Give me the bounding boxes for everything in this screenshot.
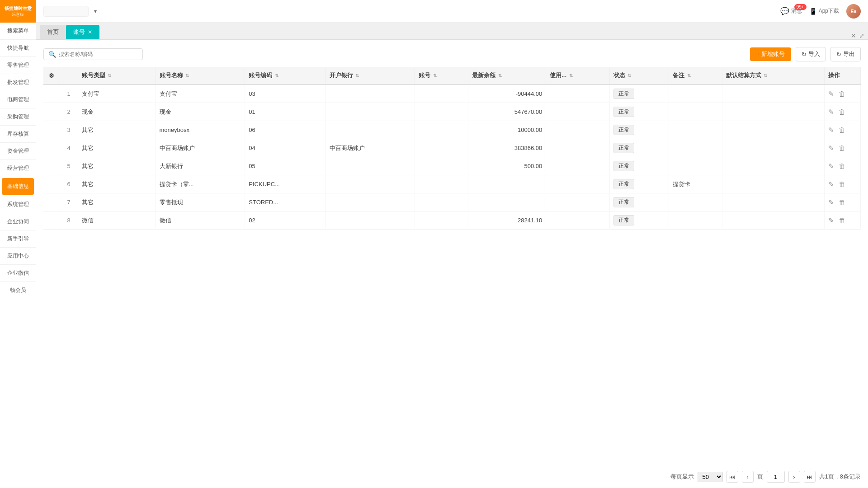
row-account-cell bbox=[415, 193, 468, 211]
avatar[interactable]: Ea bbox=[846, 4, 861, 19]
row-settlement-cell bbox=[722, 121, 824, 139]
table-row: 8 微信 微信 02 28241.10 正常 ✎ 🗑 bbox=[43, 211, 861, 230]
row-remark-cell bbox=[669, 103, 722, 121]
row-status-cell: 正常 bbox=[609, 211, 669, 230]
topbar-search-input[interactable] bbox=[43, 6, 89, 17]
row-bank-cell bbox=[326, 157, 415, 175]
sidebar-item-guide[interactable]: 新手引导 bbox=[0, 230, 36, 248]
edit-icon[interactable]: ✎ bbox=[828, 90, 834, 98]
row-account-cell bbox=[415, 157, 468, 175]
table-row: 3 其它 moneybosx 06 10000.00 正常 ✎ 🗑 bbox=[43, 121, 861, 139]
row-account-cell bbox=[415, 211, 468, 230]
edit-icon[interactable]: ✎ bbox=[828, 144, 834, 152]
per-page-label: 每页显示 bbox=[670, 473, 694, 481]
import-label: 导入 bbox=[808, 50, 820, 58]
delete-icon[interactable]: 🗑 bbox=[839, 180, 845, 188]
table-row: 1 支付宝 支付宝 03 -90444.00 正常 ✎ 🗑 bbox=[43, 84, 861, 103]
page-prev-button[interactable]: ‹ bbox=[742, 471, 754, 483]
delete-icon[interactable]: 🗑 bbox=[839, 216, 845, 224]
col-bank[interactable]: 开户银行 ⇅ bbox=[326, 67, 415, 84]
col-code[interactable]: 账号编码 ⇅ bbox=[245, 67, 326, 84]
row-name-cell: 支付宝 bbox=[156, 84, 245, 103]
sidebar-item-purchase[interactable]: 采购管理 bbox=[0, 108, 36, 126]
sidebar-item-quick[interactable]: 快捷导航 bbox=[0, 40, 36, 57]
edit-icon[interactable]: ✎ bbox=[828, 126, 834, 134]
add-account-button[interactable]: + 新增账号 bbox=[750, 47, 791, 61]
sidebar-item-member[interactable]: 畅会员 bbox=[0, 282, 36, 299]
sidebar-item-ecommerce[interactable]: 电商管理 bbox=[0, 91, 36, 108]
row-status-cell: 正常 bbox=[609, 139, 669, 157]
sidebar-item-label: 畅会员 bbox=[2, 286, 34, 294]
sidebar-item-system[interactable]: 系统管理 bbox=[0, 196, 36, 213]
col-account[interactable]: 账号 ⇅ bbox=[415, 67, 468, 84]
app-label: App下载 bbox=[819, 7, 839, 15]
row-settings-cell bbox=[43, 103, 60, 121]
sidebar-item-agreement[interactable]: 企业协同 bbox=[0, 213, 36, 230]
edit-icon[interactable]: ✎ bbox=[828, 198, 834, 206]
col-type[interactable]: 账号类型 ⇅ bbox=[78, 67, 156, 84]
row-settings-cell bbox=[43, 157, 60, 175]
per-page-select[interactable]: 50 100 200 bbox=[698, 472, 723, 482]
app-name-line1: 畅捷通时生意 bbox=[5, 5, 32, 12]
sidebar-item-label: 企业协同 bbox=[2, 218, 34, 225]
col-remark[interactable]: 备注 ⇅ bbox=[669, 67, 722, 84]
col-status[interactable]: 状态 ⇅ bbox=[609, 67, 669, 84]
row-settlement-cell bbox=[722, 139, 824, 157]
edit-icon[interactable]: ✎ bbox=[828, 216, 834, 224]
row-name-cell: 零售抵现 bbox=[156, 193, 245, 211]
row-type-cell: 其它 bbox=[78, 139, 156, 157]
sidebar-item-label: 搜索菜单 bbox=[2, 27, 34, 35]
sidebar-item-wechat[interactable]: 企业微信 bbox=[0, 265, 36, 282]
tab-close-icon[interactable]: ✕ bbox=[88, 29, 92, 35]
sidebar-item-inventory[interactable]: 库存核算 bbox=[0, 126, 36, 143]
row-num-cell: 4 bbox=[60, 139, 78, 157]
sidebar-item-capital[interactable]: 资金管理 bbox=[0, 143, 36, 160]
sidebar-item-label: 库存核算 bbox=[2, 130, 34, 138]
topbar: ▾ 💬 消息 99+ 📱 App下载 Ea bbox=[36, 0, 868, 23]
sidebar-item-appcenter[interactable]: 应用中心 bbox=[0, 248, 36, 265]
topbar-message[interactable]: 💬 消息 99+ bbox=[780, 7, 802, 15]
sidebar-item-basic[interactable]: 基础信息 bbox=[2, 178, 34, 195]
col-usage[interactable]: 使用... ⇅ bbox=[546, 67, 609, 84]
tab-account[interactable]: 账号 ✕ bbox=[66, 25, 99, 39]
page-number-input[interactable] bbox=[767, 471, 785, 483]
row-status-cell: 正常 bbox=[609, 84, 669, 103]
sidebar-item-retail[interactable]: 零售管理 bbox=[0, 57, 36, 74]
window-close-icon[interactable]: ✕ bbox=[851, 32, 856, 39]
search-input[interactable] bbox=[59, 51, 138, 57]
topbar-dropdown[interactable]: ▾ bbox=[94, 8, 97, 14]
delete-icon[interactable]: 🗑 bbox=[839, 90, 845, 98]
row-name-cell: 大新银行 bbox=[156, 157, 245, 175]
tabbar: 首页 账号 ✕ ✕ ⤢ bbox=[36, 23, 868, 40]
page-next-button[interactable]: › bbox=[788, 471, 800, 483]
table-body: 1 支付宝 支付宝 03 -90444.00 正常 ✎ 🗑 2 现金 现金 01… bbox=[43, 84, 861, 230]
sidebar-item-label: 零售管理 bbox=[2, 61, 34, 69]
page-first-button[interactable]: ⏮ bbox=[726, 471, 738, 483]
edit-icon[interactable]: ✎ bbox=[828, 108, 834, 116]
search-box[interactable]: 🔍 bbox=[43, 48, 143, 60]
sidebar-item-search[interactable]: 搜索菜单 bbox=[0, 23, 36, 40]
edit-icon[interactable]: ✎ bbox=[828, 162, 834, 170]
col-settings[interactable]: ⚙ bbox=[43, 67, 60, 84]
delete-icon[interactable]: 🗑 bbox=[839, 108, 845, 116]
sidebar-item-label: 采购管理 bbox=[2, 113, 34, 121]
topbar-app-download[interactable]: 📱 App下载 bbox=[809, 7, 839, 15]
export-button[interactable]: ↻ 导出 bbox=[830, 47, 861, 61]
edit-icon[interactable]: ✎ bbox=[828, 180, 834, 188]
col-settlement[interactable]: 默认结算方式 ⇅ bbox=[722, 67, 824, 84]
row-bank-cell bbox=[326, 103, 415, 121]
tab-home[interactable]: 首页 bbox=[40, 25, 66, 39]
sidebar-item-wholesale[interactable]: 批发管理 bbox=[0, 74, 36, 91]
sidebar-item-label: 基础信息 bbox=[4, 183, 32, 190]
delete-icon[interactable]: 🗑 bbox=[839, 198, 845, 206]
page-last-button[interactable]: ⏭ bbox=[804, 471, 816, 483]
import-button[interactable]: ↻ 导入 bbox=[796, 47, 826, 61]
delete-icon[interactable]: 🗑 bbox=[839, 126, 845, 134]
delete-icon[interactable]: 🗑 bbox=[839, 162, 845, 170]
delete-icon[interactable]: 🗑 bbox=[839, 144, 845, 152]
window-expand-icon[interactable]: ⤢ bbox=[859, 32, 864, 39]
sidebar-item-operation[interactable]: 经营管理 bbox=[0, 160, 36, 177]
col-balance[interactable]: 最新余额 ⇅ bbox=[468, 67, 546, 84]
col-name[interactable]: 账号名称 ⇅ bbox=[156, 67, 245, 84]
row-code-cell: 06 bbox=[245, 121, 326, 139]
